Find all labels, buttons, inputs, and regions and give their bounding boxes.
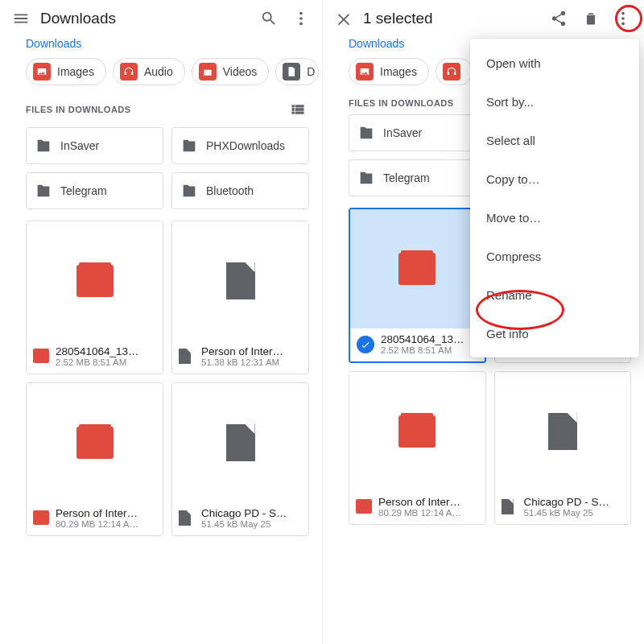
- chip-videos[interactable]: Videos: [192, 58, 270, 85]
- chip-label: Videos: [223, 65, 258, 78]
- folder-grid: InSaver PHXDownloads Telegram Bluetooth: [0, 127, 322, 213]
- chip-label: Audio: [144, 65, 173, 78]
- folder-name: Telegram: [60, 184, 107, 197]
- file-meta: 51.38 kB 12:31 AM: [201, 357, 283, 367]
- file-item[interactable]: Person of Inter… 80.29 MB 12:14 A…: [349, 371, 486, 525]
- menu-compress[interactable]: Compress: [470, 237, 639, 275]
- file-meta: 51.45 kB May 25: [201, 519, 287, 529]
- file-meta: 80.29 MB 12:14 A…: [56, 519, 138, 529]
- image-icon: [356, 63, 374, 80]
- svg-point-1: [299, 17, 303, 20]
- file-meta: 2.52 MB 8:51 AM: [381, 345, 464, 355]
- hamburger-icon[interactable]: [5, 2, 37, 35]
- folder-icon: [35, 137, 52, 155]
- more-icon[interactable]: [607, 2, 639, 35]
- menu-rename[interactable]: Rename: [470, 275, 639, 314]
- close-icon[interactable]: [328, 2, 360, 35]
- breadcrumb[interactable]: Downloads: [0, 37, 322, 52]
- svg-point-5: [621, 23, 625, 26]
- file-item-selected[interactable]: 280541064_13… 2.52 MB 8:51 AM: [349, 208, 486, 363]
- menu-sort-by[interactable]: Sort by...: [470, 82, 639, 121]
- folder-item[interactable]: InSaver: [26, 127, 163, 164]
- right-screenshot: 1 selected Downloads Images FILES IN DOW…: [322, 0, 644, 644]
- folder-icon: [180, 182, 198, 200]
- section-header: FILES IN DOWNLOADS: [0, 93, 322, 127]
- context-menu: Open with Sort by... Select all Copy to……: [470, 39, 639, 357]
- video-icon: [76, 265, 114, 297]
- chip-images[interactable]: Images: [26, 58, 106, 85]
- document-icon: [226, 424, 255, 461]
- document-icon: [226, 262, 255, 299]
- image-icon: [33, 63, 51, 80]
- file-meta: 80.29 MB 12:14 A…: [378, 508, 461, 518]
- file-thumbnail: [27, 221, 163, 341]
- section-label: FILES IN DOWNLOADS: [349, 98, 454, 108]
- folder-name: PHXDownloads: [206, 139, 285, 152]
- file-meta: 51.45 kB May 25: [524, 508, 610, 518]
- svg-point-0: [299, 12, 303, 15]
- folder-item[interactable]: Telegram: [26, 172, 163, 209]
- video-icon: [76, 427, 114, 459]
- svg-point-3: [621, 12, 625, 15]
- file-thumbnail: [495, 372, 631, 491]
- delete-icon[interactable]: [575, 2, 607, 35]
- chip-documents[interactable]: D: [275, 58, 319, 85]
- selected-check-icon: [357, 336, 374, 353]
- file-thumbnail: [350, 209, 485, 328]
- file-item[interactable]: Person of Inter… 51.38 kB 12:31 AM: [171, 221, 309, 374]
- folder-item[interactable]: Bluetooth: [171, 172, 309, 209]
- folder-name: InSaver: [383, 126, 422, 139]
- menu-get-info[interactable]: Get info: [470, 314, 639, 353]
- appbar: Downloads: [0, 0, 322, 37]
- chip-audio[interactable]: Audio: [113, 58, 185, 85]
- chip-label: Images: [380, 65, 417, 78]
- folder-name: Bluetooth: [206, 184, 254, 197]
- folder-item[interactable]: PHXDownloads: [171, 127, 309, 164]
- video-icon: [398, 415, 436, 448]
- menu-move-to[interactable]: Move to…: [470, 198, 639, 237]
- file-name: Chicago PD - S…: [524, 496, 610, 508]
- video-icon: [33, 510, 49, 526]
- menu-select-all[interactable]: Select all: [470, 121, 639, 159]
- file-item[interactable]: 280541064_13… 2.52 MB 8:51 AM: [26, 221, 163, 374]
- file-name: Person of Inter…: [378, 496, 461, 508]
- selection-count: 1 selected: [363, 10, 433, 27]
- list-view-icon[interactable]: [287, 98, 309, 121]
- share-icon[interactable]: [543, 2, 575, 35]
- file-name: Person of Inter…: [201, 345, 283, 357]
- document-icon: [179, 349, 195, 365]
- more-icon[interactable]: [285, 2, 317, 35]
- chip-label: D: [307, 65, 315, 78]
- folder-icon: [357, 169, 375, 187]
- file-item[interactable]: Person of Inter… 80.29 MB 12:14 A…: [26, 382, 163, 536]
- file-thumbnail: [27, 383, 163, 502]
- file-name: Chicago PD - S…: [201, 507, 287, 519]
- file-thumbnail: [349, 372, 485, 491]
- folder-name: InSaver: [60, 139, 99, 152]
- folder-icon: [180, 137, 198, 155]
- file-thumbnail: [172, 383, 308, 502]
- document-icon: [283, 63, 300, 80]
- folder-icon: [357, 124, 375, 142]
- appbar-selection: 1 selected: [323, 0, 644, 37]
- search-icon[interactable]: [253, 2, 285, 35]
- file-thumbnail: [172, 221, 308, 341]
- menu-open-with[interactable]: Open with: [470, 43, 639, 82]
- file-item[interactable]: Chicago PD - S… 51.45 kB May 25: [171, 382, 309, 536]
- document-icon: [179, 510, 195, 526]
- chip-images[interactable]: Images: [349, 58, 429, 85]
- video-icon: [398, 253, 436, 285]
- file-item[interactable]: Chicago PD - S… 51.45 kB May 25: [494, 371, 632, 525]
- file-meta: 2.52 MB 8:51 AM: [56, 357, 139, 367]
- left-screenshot: Downloads Downloads Images Audio Videos …: [0, 0, 322, 644]
- page-title: Downloads: [40, 10, 116, 27]
- folder-name: Telegram: [383, 171, 430, 184]
- chip-label: Images: [57, 65, 94, 78]
- svg-point-2: [299, 23, 303, 26]
- menu-copy-to[interactable]: Copy to…: [470, 159, 639, 198]
- section-label: FILES IN DOWNLOADS: [26, 105, 131, 114]
- chip-audio[interactable]: [436, 58, 473, 85]
- video-icon: [33, 349, 49, 365]
- file-name: 280541064_13…: [381, 333, 464, 345]
- video-icon: [199, 63, 217, 80]
